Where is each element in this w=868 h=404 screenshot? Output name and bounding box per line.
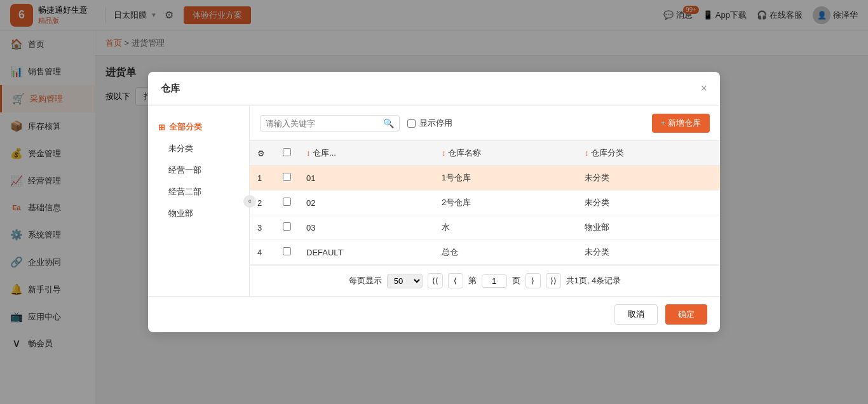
modal-sidebar: ⊞ 全部分类 未分类 经营一部 经营二部 物业部 [148, 106, 250, 296]
first-page-button[interactable]: ⟨⟨ [428, 273, 443, 288]
col-checkbox [275, 141, 299, 166]
modal-toolbar: 🔍 显示停用 + 新增仓库 [250, 106, 720, 141]
row-code: DEFAULT [299, 240, 434, 265]
grid-icon: ⊞ [158, 123, 165, 132]
sidebar-collapse-button[interactable]: « [243, 195, 256, 208]
row-category: 未分类 [577, 240, 720, 265]
modal-title: 仓库 [161, 83, 180, 95]
table-row[interactable]: 2 02 2号仓库 未分类 [250, 191, 720, 215]
search-input[interactable] [266, 119, 383, 128]
modal-all-category[interactable]: ⊞ 全部分类 [148, 116, 249, 138]
add-warehouse-button[interactable]: + 新增仓库 [652, 114, 710, 133]
row-category: 未分类 [577, 191, 720, 215]
next-page-button[interactable]: ⟩ [526, 273, 541, 288]
sort-cat-icon: ↕ [585, 148, 589, 158]
row-category: 未分类 [577, 166, 720, 191]
sort-name-icon: ↕ [442, 148, 446, 158]
show-disabled-text: 显示停用 [419, 118, 452, 129]
search-icon[interactable]: 🔍 [383, 118, 394, 128]
show-disabled-label[interactable]: 显示停用 [407, 118, 452, 129]
col-code: ↕ 仓库... [299, 141, 434, 166]
all-category-label: 全部分类 [169, 121, 202, 133]
last-page-button[interactable]: ⟩⟩ [546, 273, 561, 288]
modal-sidebar-dept2[interactable]: 经营二部 [148, 181, 249, 203]
row-name: 总仓 [434, 240, 577, 265]
modal-close-button[interactable]: × [700, 82, 707, 95]
row-name: 2号仓库 [434, 191, 577, 215]
row-no: 4 [250, 240, 275, 265]
row-code: 02 [299, 191, 434, 215]
warehouse-table: ⚙ ↕ 仓库... ↕ 仓库名称 ↕ 仓库分类 [250, 141, 720, 265]
prev-page-button[interactable]: ⟨ [448, 273, 463, 288]
pagination: 每页显示 50 100 200 ⟨⟨ ⟨ 第 页 ⟩ ⟩⟩ 共1页, 4条记录 [250, 265, 720, 296]
row-code: 01 [299, 166, 434, 191]
select-all-checkbox[interactable] [283, 148, 291, 156]
gear-icon: ⚙ [257, 149, 265, 158]
page-label: 第 [468, 275, 477, 286]
row-code: 03 [299, 215, 434, 240]
row-name: 水 [434, 215, 577, 240]
modal-footer: 取消 确定 [148, 296, 720, 332]
col-gear: ⚙ [250, 141, 275, 166]
modal-header: 仓库 × [148, 72, 720, 106]
per-page-label: 每页显示 [349, 275, 382, 286]
table-row[interactable]: 3 03 水 物业部 [250, 215, 720, 240]
modal-body: ⊞ 全部分类 未分类 经营一部 经营二部 物业部 « 🔍 [148, 106, 720, 296]
row-name: 1号仓库 [434, 166, 577, 191]
show-disabled-checkbox[interactable] [407, 119, 416, 128]
modal-sidebar-uncategorized[interactable]: 未分类 [148, 138, 249, 159]
row-no: 3 [250, 215, 275, 240]
row-checkbox[interactable] [275, 240, 299, 265]
per-page-select[interactable]: 50 100 200 [387, 274, 423, 288]
page-unit: 页 [512, 275, 520, 286]
cancel-button[interactable]: 取消 [614, 304, 658, 325]
search-box: 🔍 [260, 115, 400, 131]
modal-sidebar-dept1[interactable]: 经营一部 [148, 159, 249, 181]
row-checkbox[interactable] [275, 191, 299, 215]
modal-sidebar-property[interactable]: 物业部 [148, 203, 249, 224]
warehouse-modal: 仓库 × ⊞ 全部分类 未分类 经营一部 经营二部 物业部 « [148, 72, 720, 332]
row-category: 物业部 [577, 215, 720, 240]
page-input[interactable] [482, 274, 507, 288]
col-name: ↕ 仓库名称 [434, 141, 577, 166]
row-checkbox[interactable] [275, 166, 299, 191]
table-row[interactable]: 1 01 1号仓库 未分类 [250, 166, 720, 191]
confirm-button[interactable]: 确定 [665, 304, 707, 325]
modal-content-area: 🔍 显示停用 + 新增仓库 ⚙ [250, 106, 720, 296]
modal-overlay[interactable]: 仓库 × ⊞ 全部分类 未分类 经营一部 经营二部 物业部 « [0, 0, 868, 404]
sort-icon: ↕ [306, 148, 311, 158]
col-category: ↕ 仓库分类 [577, 141, 720, 166]
total-label: 共1页, 4条记录 [566, 275, 621, 286]
row-no: 1 [250, 166, 275, 191]
row-checkbox[interactable] [275, 215, 299, 240]
table-row[interactable]: 4 DEFAULT 总仓 未分类 [250, 240, 720, 265]
